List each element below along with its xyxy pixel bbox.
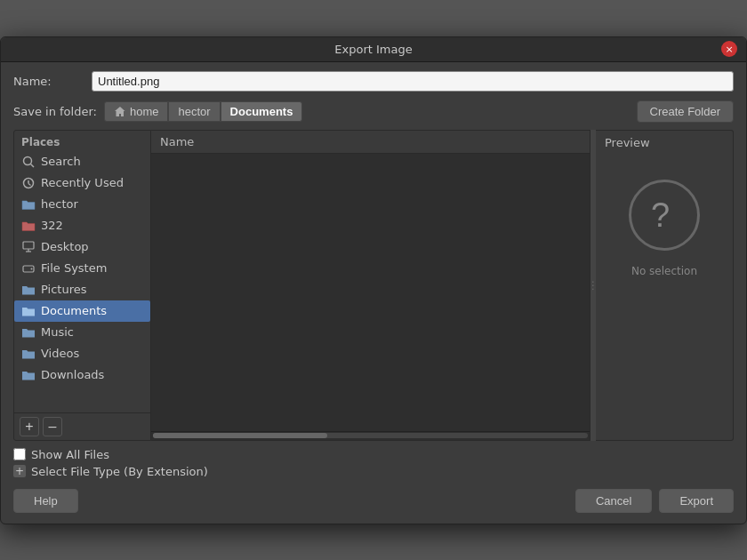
folder-icon-322 (21, 219, 36, 233)
folder-icon-documents (21, 304, 36, 318)
export-button[interactable]: Export (659, 489, 734, 513)
cancel-button[interactable]: Cancel (575, 489, 652, 513)
sidebar-spacer (14, 386, 150, 412)
sidebar-actions: + – (14, 412, 150, 440)
sidebar-item-search[interactable]: Search (14, 151, 150, 172)
sidebar-item-322[interactable]: 322 (14, 215, 150, 236)
preview-header: Preview (596, 131, 659, 153)
sidebar-item-music[interactable]: Music (14, 322, 150, 343)
file-list[interactable] (151, 154, 590, 431)
button-row: Help Cancel Export (1, 482, 746, 524)
help-button[interactable]: Help (13, 489, 78, 513)
select-file-type-row[interactable]: + Select File Type (By Extension) (13, 465, 734, 478)
preview-panel: Preview ? No selection (596, 130, 734, 441)
sidebar-item-desktop-label: Desktop (41, 240, 89, 253)
select-file-type-label: Select File Type (By Extension) (31, 465, 208, 478)
sidebar-item-downloads[interactable]: Downloads (14, 364, 150, 386)
create-folder-button[interactable]: Create Folder (637, 100, 734, 123)
file-area-scrollbar[interactable] (151, 431, 590, 440)
show-all-files-checkbox[interactable] (13, 448, 26, 460)
sidebar-item-search-label: Search (41, 155, 81, 168)
sidebar: Places Search Recently Used hect (13, 130, 151, 441)
breadcrumb-hector-label: hector (178, 105, 210, 118)
preview-no-selection-icon: ? (629, 180, 700, 251)
sidebar-item-322-label: 322 (41, 219, 63, 232)
sidebar-item-downloads-label: Downloads (41, 368, 104, 381)
breadcrumb: home hector Documents (104, 101, 302, 122)
sidebar-item-pictures[interactable]: Pictures (14, 279, 150, 300)
question-mark-icon: ? (642, 193, 687, 237)
sidebar-item-documents[interactable]: Documents (14, 300, 150, 322)
svg-line-4 (28, 183, 31, 185)
sidebar-item-music-label: Music (41, 325, 74, 339)
remove-bookmark-button[interactable]: – (43, 417, 62, 436)
show-all-files-label: Show All Files (31, 448, 109, 461)
svg-text:?: ? (651, 196, 670, 234)
clock-icon (21, 176, 36, 190)
filename-input[interactable] (92, 71, 734, 92)
breadcrumb-home[interactable]: home (104, 101, 169, 122)
svg-rect-5 (23, 242, 34, 249)
close-button[interactable]: × (721, 41, 737, 57)
show-all-files-row[interactable]: Show All Files (13, 448, 734, 461)
breadcrumb-home-label: home (130, 105, 159, 118)
drive-icon (21, 261, 36, 276)
folder-row: Save in folder: home hector Documents Cr… (1, 97, 746, 130)
dialog-title: Export Image (334, 43, 412, 56)
folder-icon-downloads (21, 368, 36, 382)
sidebar-item-hector[interactable]: hector (14, 194, 150, 215)
scrollbar-track (153, 433, 588, 438)
sidebar-item-recently-used-label: Recently Used (41, 176, 124, 189)
search-icon (21, 155, 36, 169)
add-bookmark-button[interactable]: + (20, 417, 39, 436)
svg-point-9 (31, 268, 33, 269)
home-icon (114, 106, 126, 117)
main-area: Places Search Recently Used hect (1, 130, 746, 441)
bottom-options: Show All Files + Select File Type (By Ex… (1, 441, 746, 482)
save-in-folder-label: Save in folder: (13, 105, 97, 118)
breadcrumb-hector[interactable]: hector (168, 101, 220, 122)
file-area-header: Name (151, 131, 590, 154)
export-image-dialog: Export Image × Name: Save in folder: hom… (0, 36, 747, 524)
folder-icon-pictures (21, 283, 36, 297)
scrollbar-thumb (153, 433, 327, 438)
sidebar-item-desktop[interactable]: Desktop (14, 236, 150, 258)
sidebar-item-videos-label: Videos (41, 347, 79, 360)
folder-icon-videos (21, 347, 36, 361)
breadcrumb-documents-label: Documents (230, 105, 293, 118)
folder-icon-music (21, 325, 36, 340)
sidebar-item-file-system-label: File System (41, 261, 107, 275)
places-header: Places (14, 131, 150, 151)
folder-icon-hector (21, 197, 36, 212)
svg-line-1 (31, 164, 35, 167)
sidebar-item-videos[interactable]: Videos (14, 343, 150, 364)
sidebar-item-pictures-label: Pictures (41, 283, 86, 296)
sidebar-item-documents-label: Documents (41, 304, 107, 317)
file-area: Name (151, 130, 590, 441)
right-buttons: Cancel Export (575, 489, 734, 513)
name-row: Name: (1, 62, 746, 97)
name-label: Name: (13, 75, 84, 88)
desktop-icon (21, 240, 36, 254)
svg-point-0 (24, 156, 32, 164)
expand-icon: + (13, 465, 26, 477)
preview-no-selection-text: No selection (631, 265, 697, 277)
sidebar-item-recently-used[interactable]: Recently Used (14, 172, 150, 194)
titlebar: Export Image × (1, 37, 746, 62)
sidebar-item-hector-label: hector (41, 197, 78, 211)
sidebar-item-file-system[interactable]: File System (14, 258, 150, 279)
breadcrumb-documents[interactable]: Documents (221, 101, 303, 122)
